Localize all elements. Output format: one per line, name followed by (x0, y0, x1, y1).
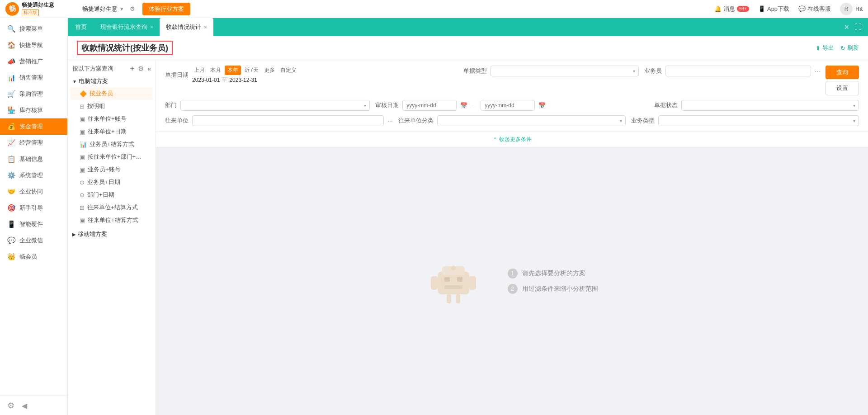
finance-icon: 💰 (7, 123, 16, 131)
scheme-item-detail[interactable]: ⊞ 按明细 (71, 100, 153, 113)
scheme-item-counterpart-dept[interactable]: ▣ 按往来单位+部门+收... (71, 151, 153, 163)
export-icon: ⬆ (816, 45, 821, 52)
scheme-item-salesperson-settlement[interactable]: 📊 业务员+结算方式 (71, 138, 153, 151)
date-from-value: 2023-01-01 (192, 77, 220, 83)
salesperson-label: 业务员 (644, 67, 662, 75)
system-icon: ⚙️ (7, 171, 16, 179)
sidebar-item-search[interactable]: 🔍 搜索菜单 (0, 21, 67, 37)
notification-badge: 99+ (737, 6, 749, 12)
salesperson-date-icon: ⊙ (80, 179, 85, 186)
doc-status-select[interactable] (681, 100, 859, 111)
sidebar-item-inventory[interactable]: 🏪 库存核算 (0, 102, 67, 118)
scheme-item-counterpart-date[interactable]: ▣ 往来单位+日期 (71, 125, 153, 138)
search-icon: 🔍 (7, 25, 16, 33)
sidebar-item-guide[interactable]: 🎯 新手引导 (0, 200, 67, 216)
review-date-label: 审核日期 (375, 101, 399, 109)
trial-button[interactable]: 体验行业方案 (142, 3, 190, 15)
sidebar-item-hardware[interactable]: 📱 智能硬件 (0, 216, 67, 232)
collab-icon: 🤝 (7, 188, 16, 196)
query-button[interactable]: 查询 (826, 66, 859, 79)
sidebar-item-sales[interactable]: 📊 销售管理 (0, 70, 67, 86)
counterpart-more-icon[interactable]: ··· (387, 117, 393, 124)
scheme-group-desktop-header[interactable]: ▼ 电脑端方案 (71, 75, 153, 87)
scheme-item-counterpart-settle2[interactable]: ▣ 往来单位+结算方式 (71, 214, 153, 226)
collapse-panel-icon[interactable]: « (147, 65, 151, 72)
scheme-group-mobile: ▶ 移动端方案 (68, 228, 156, 240)
user-avatar[interactable]: R Rit (840, 3, 863, 15)
svg-rect-5 (469, 276, 476, 290)
wecom-icon: 💬 (7, 236, 16, 245)
close-tab-icon[interactable]: × (844, 23, 849, 32)
date-tab-last-month[interactable]: 上月 (192, 66, 207, 75)
svg-rect-4 (431, 276, 438, 290)
inventory-icon: 🏪 (7, 106, 16, 114)
detail-icon: ⊞ (80, 103, 85, 110)
scheme-item-salesperson[interactable]: 🔶 按业务员 (71, 87, 153, 100)
doc-type-select[interactable] (491, 66, 639, 76)
sidebar-item-basicinfo[interactable]: 📋 基础信息 (0, 151, 67, 167)
date-tab-7days[interactable]: 近7天 (243, 66, 260, 75)
workspace-dropdown-icon[interactable]: ▾ (120, 5, 123, 12)
basicinfo-icon: 📋 (7, 155, 16, 163)
app-download-btn[interactable]: 📱 App下载 (758, 5, 789, 13)
settings-icon[interactable]: ⚙ (130, 5, 135, 12)
sales-icon: 📊 (7, 74, 16, 82)
left-panel-title: 按以下方案查询 (72, 65, 113, 73)
add-scheme-icon[interactable]: + (130, 65, 134, 73)
date-tab-custom[interactable]: 自定义 (278, 66, 298, 75)
sidebar-item-operations[interactable]: 📈 经营管理 (0, 135, 67, 151)
sidebar-item-collab[interactable]: 🤝 企业协同 (0, 184, 67, 200)
counterpart-settle2-icon: ▣ (80, 217, 85, 224)
date-tab-more[interactable]: 更多 (262, 66, 277, 75)
scheme-group-mobile-header[interactable]: ▶ 移动端方案 (71, 228, 153, 240)
left-panel: 按以下方案查询 + ⚙ « ▼ 电脑端方案 (68, 60, 156, 415)
scheme-settings-icon[interactable]: ⚙ (138, 65, 144, 73)
sidebar-item-member[interactable]: 👑 畅会员 (0, 249, 67, 265)
scheme-item-salesperson-account[interactable]: ▣ 业务员+账号 (71, 163, 153, 176)
scheme-item-dept-date[interactable]: ⊙ 部门+日期 (71, 189, 153, 201)
salesperson-input[interactable] (665, 66, 811, 76)
salesperson-more-icon[interactable]: ··· (815, 67, 820, 75)
user-name: Rit (855, 5, 863, 12)
sidebar-item-finance[interactable]: 💰 资金管理 (0, 118, 67, 135)
calendar-from-icon[interactable]: 📅 (460, 102, 467, 109)
sidebar-item-quicknav[interactable]: 🏠 快捷导航 (0, 37, 67, 53)
sidebar-bottom: ⚙ ◀ (0, 396, 67, 415)
collapse-filter-btn[interactable]: ⌃ 收起更多条件 (156, 132, 868, 147)
tab-payment-stats-close[interactable]: × (204, 24, 207, 30)
notification-btn[interactable]: 🔔 消息 99+ (714, 5, 749, 13)
refresh-btn[interactable]: ↻ 刷新 (840, 44, 859, 52)
tab-bank-flow-close[interactable]: × (150, 24, 153, 30)
counterpart-input[interactable] (192, 115, 384, 126)
counterpart-classify-select[interactable] (437, 115, 626, 126)
sidebar-item-wecom[interactable]: 💬 企业微信 (0, 232, 67, 249)
scheme-item-counterpart-settle1[interactable]: ⊞ 往来单位+结算方式 (71, 201, 153, 214)
sidebar-item-purchase[interactable]: 🛒 采购管理 (0, 86, 67, 102)
tab-payment-stats[interactable]: 收款情况统计 × (160, 18, 213, 36)
date-tab-this-year[interactable]: 本年 (225, 66, 241, 75)
logo-text: 畅捷通好生意 (22, 1, 54, 9)
settings-bottom-icon[interactable]: ⚙ (7, 401, 14, 410)
tab-bank-flow[interactable]: 现金银行流水查询 × (94, 18, 160, 36)
sidebar-item-marketing[interactable]: 📣 营销推广 (0, 53, 67, 70)
scheme-item-salesperson-date[interactable]: ⊙ 业务员+日期 (71, 176, 153, 189)
business-type-select[interactable] (658, 115, 859, 126)
calendar-to-icon[interactable]: 📅 (538, 102, 546, 109)
dept-select[interactable] (180, 100, 370, 111)
date-tab-this-month[interactable]: 本月 (208, 66, 223, 75)
tab-home[interactable]: 首页 (68, 18, 94, 36)
review-date-to[interactable] (481, 100, 535, 111)
app-download-icon: 📱 (758, 5, 765, 12)
review-date-from[interactable] (402, 100, 457, 111)
svg-rect-7 (457, 277, 462, 282)
export-btn[interactable]: ⬆ 导出 (816, 44, 834, 52)
scheme-item-counterpart-account[interactable]: ▣ 往来单位+账号 (71, 113, 153, 125)
collapse-sidebar-icon[interactable]: ◀ (22, 401, 27, 410)
customer-service-btn[interactable]: 💬 在线客服 (798, 5, 831, 13)
customer-service-label: 在线客服 (807, 5, 831, 13)
chevron-up-icon: ⌃ (493, 137, 497, 143)
sidebar-item-system[interactable]: ⚙️ 系统管理 (0, 167, 67, 184)
settings-button[interactable]: 设置 (826, 81, 859, 95)
counterpart-label: 往来单位 (165, 117, 189, 125)
maximize-icon[interactable]: ⛶ (854, 23, 862, 31)
